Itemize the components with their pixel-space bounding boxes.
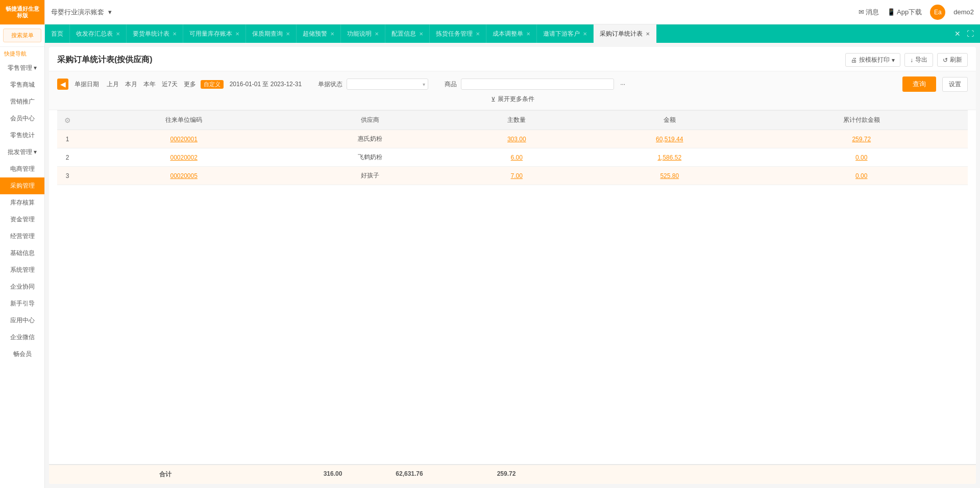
row-code[interactable]: 00020001 [78,130,290,148]
shortcut-this-year[interactable]: 本年 [142,80,157,89]
tab-bar-actions: ✕ ⛶ [948,24,980,43]
export-button[interactable]: ↓ 导出 [904,53,933,67]
tab-bar: 首页 收发存汇总表 ✕ 要货单统计表 ✕ 可用量库存账本 ✕ 保质期查询 ✕ 超… [45,24,980,43]
tab-home[interactable]: 首页 [45,24,70,43]
tab-order-stats[interactable]: 要货单统计表 ✕ [127,24,183,43]
shortcut-last-month[interactable]: 上月 [105,80,120,89]
table-body: 1 00020001 惠氏奶粉 303.00 60,519.44 259.72 … [57,130,968,185]
footer-amount: 62,631.76 [363,470,455,479]
tab-cost-adjust[interactable]: 成本调整单 ✕ [486,24,537,43]
sidebar-item-basic-info[interactable]: 基础信息 [0,245,44,262]
tab-pick-task[interactable]: 拣货任务管理 ✕ [430,24,486,43]
date-filter-label: 单据日期 [75,80,99,89]
sidebar-item-operations[interactable]: 经营管理 [0,228,44,245]
tab-close-icon[interactable]: ✕ [116,31,120,37]
sidebar-item-vip[interactable]: 畅会员 [0,346,44,363]
row-index: 1 [57,130,78,148]
sidebar-item-marketing[interactable]: 营销推广 [0,93,44,110]
row-quantity[interactable]: 303.00 [450,130,584,148]
tab-close-icon[interactable]: ✕ [235,31,239,37]
page-title-bar: 采购订单统计表(按供应商) 🖨 按模板打印 ▾ ↓ 导出 ↺ 刷新 [49,47,976,71]
quick-nav-label[interactable]: 快捷导航 [0,47,44,60]
row-quantity[interactable]: 7.00 [450,167,584,185]
column-settings-icon[interactable]: ⚙ [64,116,71,124]
footer-empty-col [57,470,78,479]
tab-close-icon[interactable]: ✕ [526,31,530,37]
user-avatar[interactable]: Ea [930,5,945,20]
template-print-button[interactable]: 🖨 按模板打印 ▾ [845,53,900,67]
tab-close-icon[interactable]: ✕ [375,31,379,37]
tab-invite-downstream[interactable]: 邀请下游客户 ✕ [537,24,594,43]
tab-available-inventory[interactable]: 可用量库存账本 ✕ [183,24,246,43]
row-code[interactable]: 00020002 [78,148,290,167]
sidebar-item-retail-mgmt[interactable]: 零售管理 ▾ [0,60,44,76]
tab-overstock-warning[interactable]: 超储预警 ✕ [297,24,341,43]
goods-more-button[interactable]: ··· [618,80,627,89]
goods-label: 商品 [445,80,457,89]
tab-close-icon[interactable]: ✕ [173,31,177,37]
sidebar-item-wholesale[interactable]: 批发管理 ▾ [0,144,44,161]
col-settings: ⚙ [57,111,78,130]
tab-close-icon[interactable]: ✕ [286,31,290,37]
goods-input[interactable] [461,79,614,90]
sidebar-item-enterprise-wechat[interactable]: 企业微信 [0,329,44,346]
row-paid[interactable]: 259.72 [755,130,968,148]
footer-paid: 259.72 [455,470,557,479]
row-index: 3 [57,167,78,185]
sidebar-item-finance[interactable]: 资金管理 [0,211,44,228]
search-menu-button[interactable]: 搜索菜单 [3,29,41,42]
row-quantity[interactable]: 6.00 [450,148,584,167]
tab-close-icon[interactable]: ✕ [476,31,480,37]
row-code[interactable]: 00020005 [78,167,290,185]
sidebar-item-ecommerce[interactable]: 电商管理 [0,161,44,177]
tab-receive-summary[interactable]: 收发存汇总表 ✕ [70,24,127,43]
tab-close-icon[interactable]: ✕ [419,31,423,37]
sidebar-item-newbie[interactable]: 新手引导 [0,295,44,312]
sidebar-item-app-center[interactable]: 应用中心 [0,312,44,329]
shortcut-this-month[interactable]: 本月 [124,80,139,89]
row-amount[interactable]: 1,586.52 [584,148,755,167]
sidebar-item-retail-mall[interactable]: 零售商城 [0,76,44,93]
shortcut-more[interactable]: 更多 [182,80,198,89]
footer-label: 合计 [159,470,302,479]
expand-icon: ⊻ [491,96,496,103]
status-select[interactable] [347,79,428,90]
tab-close-icon[interactable]: ✕ [330,31,334,37]
app-download-button[interactable]: 📱 App下载 [887,8,922,17]
tab-expiry-query[interactable]: 保质期查询 ✕ [246,24,297,43]
row-amount[interactable]: 60,519.44 [584,130,755,148]
query-button[interactable]: 查询 [902,76,936,92]
sidebar-item-retail-stats[interactable]: 零售统计 [0,127,44,144]
row-paid[interactable]: 0.00 [755,167,968,185]
user-name-label[interactable]: demo2 [953,8,974,16]
sidebar-item-member[interactable]: 会员中心 [0,110,44,127]
table-row: 2 00020002 飞鹤奶粉 6.00 1,586.52 0.00 [57,148,968,167]
sidebar-item-enterprise-collab[interactable]: 企业协同 [0,278,44,295]
message-button[interactable]: ✉ 消息 [859,8,879,17]
workspace-selector[interactable]: 母婴行业演示账套 ▾ [51,8,112,17]
row-paid[interactable]: 0.00 [755,148,968,167]
print-icon: 🖨 [851,57,857,64]
restore-window-button[interactable]: ⛶ [965,29,976,39]
row-amount[interactable]: 525.80 [584,167,755,185]
data-table: ⚙ 往来单位编码 供应商 主数量 金额 累计付款金额 1 00020001 [57,110,968,185]
tab-config-info[interactable]: 配置信息 ✕ [385,24,430,43]
workspace-label: 母婴行业演示账套 [51,8,104,17]
refresh-button[interactable]: ↺ 刷新 [937,53,968,67]
filter-toggle-button[interactable]: ◀ [57,79,68,90]
page-title: 采购订单统计表(按供应商) [57,55,153,65]
goods-filter-group: 商品 ··· [445,79,896,90]
tab-purchase-order-stats[interactable]: 采购订单统计表 ✕ [594,24,656,43]
sidebar-item-purchase[interactable]: 采购管理 [0,177,44,194]
tab-close-icon[interactable]: ✕ [646,31,650,37]
tab-close-icon[interactable]: ✕ [583,31,587,37]
custom-date-button[interactable]: 自定义 [201,80,224,89]
sidebar-item-inventory[interactable]: 库存核算 [0,194,44,211]
settings-button[interactable]: 设置 [942,77,968,92]
status-filter-group: 单据状态 [318,79,428,90]
expand-more-button[interactable]: ⊻ 展开更多条件 [491,95,534,104]
shortcut-7days[interactable]: 近7天 [160,80,179,89]
tab-function-desc[interactable]: 功能说明 ✕ [341,24,385,43]
sidebar-item-system[interactable]: 系统管理 [0,262,44,278]
close-tab-button[interactable]: ✕ [952,29,963,39]
